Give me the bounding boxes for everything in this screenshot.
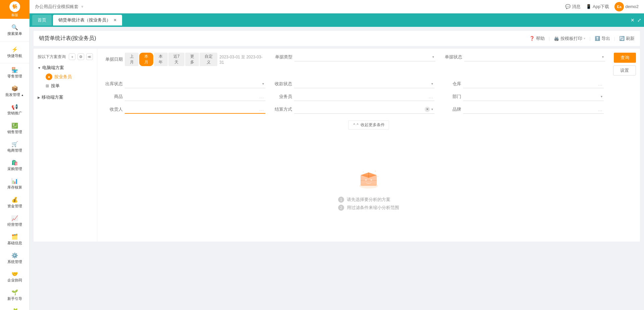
- page-title: 销货单统计表(按业务员): [39, 35, 96, 42]
- logo-icon: 畅: [9, 1, 20, 12]
- dept-arrow: ▾: [601, 95, 602, 98]
- scheme-header: 按以下方案查询 ＋ ⚙ ≪: [34, 51, 97, 62]
- export-btn[interactable]: ⬆️ 导出: [595, 36, 610, 42]
- sidebar-item-sales[interactable]: 💹 销售管理: [0, 119, 29, 138]
- print-btn[interactable]: 🖨️ 按模板打印 ▾: [554, 36, 585, 42]
- refresh-btn[interactable]: 🔄 刷新: [619, 36, 635, 42]
- sidebar-item-system[interactable]: ⚙️ 系统管理: [0, 249, 29, 267]
- tab-sales-report[interactable]: 销货单统计表（按业务员） ✕: [53, 15, 122, 25]
- date-btn-last-month[interactable]: 上月: [125, 53, 139, 66]
- type-label: 单据类型: [271, 54, 292, 60]
- scheme-salesperson-icon: ●: [46, 73, 52, 80]
- scheme-desktop-items: ● 按业务员 ⊞ 按单: [38, 72, 93, 90]
- brand-input[interactable]: …: [463, 105, 604, 114]
- scheme-settings-icon[interactable]: ⚙: [77, 53, 84, 60]
- date-btn-this-year[interactable]: 本年: [154, 53, 168, 66]
- svg-point-6: [363, 171, 364, 172]
- collab-label: 企业协同: [7, 278, 22, 282]
- date-btn-7days[interactable]: 近7天: [168, 53, 184, 66]
- purchase-label: 采购管理: [7, 166, 22, 171]
- sidebar-item-marketing[interactable]: 📢 营销推广: [0, 100, 29, 119]
- sidebar-logo[interactable]: 畅 标版: [0, 0, 30, 19]
- salesperson-label: 业务员: [271, 94, 292, 100]
- scheme-add-icon[interactable]: ＋: [69, 53, 75, 60]
- receiver-input[interactable]: …: [125, 105, 265, 114]
- newbie-label: 新手引导: [7, 296, 22, 301]
- content-panel: 按以下方案查询 ＋ ⚙ ≪ ▼ 电脑端方案 ● 按业: [34, 49, 640, 242]
- logo-char: 畅: [12, 4, 17, 10]
- user-profile[interactable]: Ea demo2: [614, 2, 639, 11]
- header-left: 办公用品行业模拟账套 ▾: [35, 4, 84, 10]
- sidebar-item-purchase[interactable]: 🛍️ 采购管理: [0, 156, 29, 174]
- warehouse-dots: …: [598, 81, 602, 87]
- dept-input[interactable]: ▾: [463, 92, 604, 101]
- app-download-action[interactable]: 📱 App下载: [586, 4, 609, 10]
- scheme-collapse-icon[interactable]: ≪: [86, 53, 93, 60]
- date-range: 2023-03-01 至 2023-03-31: [219, 54, 266, 65]
- scheme-order-label: 按单: [51, 83, 60, 89]
- status-input[interactable]: ▾: [464, 53, 605, 61]
- settings-button[interactable]: 设置: [613, 65, 636, 75]
- empty-tips: 1 请先选择要分析的方案 2 用过滤条件来缩小分析范围: [338, 197, 399, 211]
- filter-panel: 单据日期 上月 本月 本年 近7天 更多 自定义 2023-03-01 至 20…: [97, 49, 640, 242]
- scheme-order-icon: ⊞: [46, 84, 49, 88]
- out-status-input[interactable]: ▾: [125, 80, 265, 88]
- tab-close-icon[interactable]: ✕: [113, 18, 117, 22]
- sidebar-item-newbie[interactable]: 🌱 新手引导: [0, 286, 29, 304]
- goods-dots: …: [259, 94, 264, 99]
- help-btn[interactable]: ❓ 帮助: [529, 36, 545, 42]
- sidebar-item-basic[interactable]: 🗂️ 基础信息: [0, 230, 29, 249]
- tab-maximize-icon[interactable]: ⤢: [637, 17, 641, 23]
- scheme-desktop-header[interactable]: ▼ 电脑端方案: [38, 63, 93, 72]
- status-dropdown-arrow: ▾: [602, 55, 604, 59]
- sidebar-item-retail[interactable]: 🏪 零售管理: [0, 63, 29, 82]
- empty-tip-2: 2 用过滤条件来缩小分析范围: [338, 205, 399, 211]
- scheme-item-salesperson[interactable]: ● 按业务员: [43, 72, 93, 82]
- quick-nav-item[interactable]: ⚡ 快捷导航: [0, 42, 29, 63]
- sidebar-item-apps[interactable]: 🧩 应用中心: [0, 305, 29, 310]
- sidebar-item-finance[interactable]: 💰 资金管理: [0, 193, 29, 212]
- collapse-icon: ⌃⌃: [353, 123, 359, 127]
- payment-x[interactable]: ✕: [425, 107, 430, 112]
- dept-label: 部门: [440, 94, 461, 100]
- ecommerce-label: 电商管理: [7, 148, 22, 153]
- sidebar-item-wholesale[interactable]: 📦 批发管理: [0, 82, 29, 100]
- date-btn-this-month[interactable]: 本月: [139, 53, 153, 66]
- date-btn-custom[interactable]: 自定义: [200, 53, 217, 66]
- svg-point-9: [371, 179, 372, 181]
- salesperson-input[interactable]: …: [294, 92, 435, 101]
- sidebar-search-item[interactable]: 🔍 搜索菜单: [0, 19, 29, 42]
- nav-label: 快捷导航: [7, 53, 22, 58]
- brand-label: 品牌: [440, 106, 461, 112]
- scheme-item-by-order[interactable]: ⊞ 按单: [43, 82, 93, 90]
- sidebar-item-collab[interactable]: 🤝 企业协同: [0, 267, 29, 286]
- warehouse-input[interactable]: …: [463, 80, 604, 88]
- logo-text: 标版: [11, 13, 18, 17]
- scheme-mobile-arrow: ▶: [38, 96, 40, 99]
- date-btn-more[interactable]: 更多: [185, 53, 199, 66]
- brand-dots: …: [598, 107, 602, 112]
- sidebar-item-inventory[interactable]: 📊 库存核算: [0, 174, 29, 193]
- sidebar-item-ecommerce[interactable]: 🛒 电商管理: [0, 138, 29, 156]
- tab-sales-label: 销货单统计表（按业务员）: [58, 17, 111, 23]
- collapse-more-btn[interactable]: ⌃⌃ 收起更多条件: [348, 120, 389, 130]
- sidebar-menu: 🏪 零售管理 📦 批发管理 📢 营销推广 💹 销售管理 🛒 电商管理 🛍️ 采购…: [0, 63, 29, 310]
- message-action[interactable]: 💬 消息: [565, 4, 581, 10]
- type-input[interactable]: ▾: [294, 53, 435, 61]
- username: demo2: [625, 4, 639, 9]
- inventory-icon: 📊: [11, 178, 18, 184]
- query-button[interactable]: 查询: [614, 53, 636, 63]
- tab-close-window-icon[interactable]: ✕: [631, 17, 635, 23]
- app-label: App下载: [593, 4, 609, 10]
- tab-home[interactable]: 首页: [32, 15, 52, 25]
- wholesale-label: 批发管理: [5, 92, 23, 97]
- goods-input[interactable]: …: [125, 92, 265, 101]
- empty-tip-1: 1 请先选择要分析的方案: [338, 197, 399, 203]
- scheme-salesperson-label: 按业务员: [54, 74, 72, 80]
- collect-status-input[interactable]: ▾: [294, 80, 435, 88]
- purchase-icon: 🛍️: [11, 159, 18, 166]
- retail-label: 零售管理: [7, 74, 22, 79]
- sidebar-item-business[interactable]: 📈 经营管理: [0, 212, 29, 230]
- payment-input[interactable]: ✕ ▾: [294, 105, 435, 114]
- scheme-mobile-header[interactable]: ▶ 移动端方案: [38, 93, 93, 102]
